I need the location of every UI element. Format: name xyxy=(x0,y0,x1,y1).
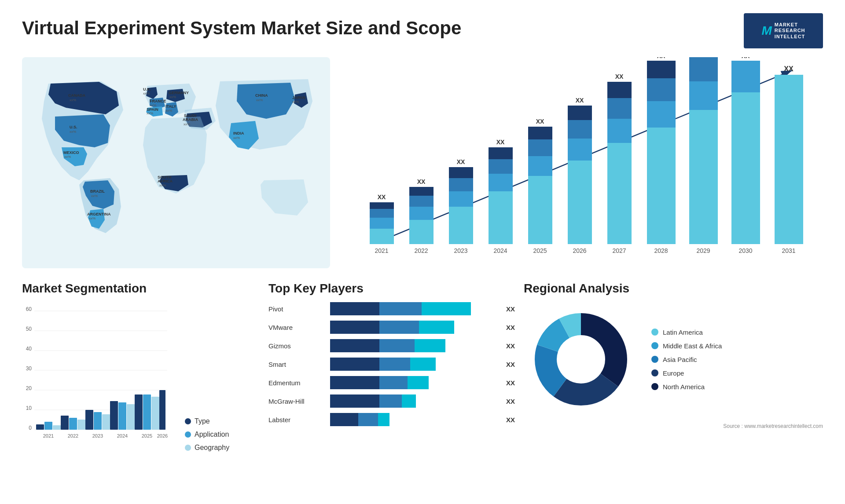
svg-text:CHINA: CHINA xyxy=(255,93,268,98)
mea-label: Middle East & Africa xyxy=(663,342,722,350)
svg-rect-53 xyxy=(489,191,513,244)
legend-geography: Geography xyxy=(185,444,229,452)
svg-text:XX: XX xyxy=(615,73,624,80)
player-name: Edmentum xyxy=(268,379,326,387)
svg-rect-119 xyxy=(102,414,110,430)
svg-text:2025: 2025 xyxy=(533,247,547,254)
svg-rect-68 xyxy=(568,106,592,120)
europe-color xyxy=(651,369,658,376)
player-bar xyxy=(330,376,498,389)
svg-rect-80 xyxy=(647,61,676,78)
svg-rect-44 xyxy=(409,187,434,196)
svg-text:ARABIA: ARABIA xyxy=(183,117,198,122)
svg-text:xx%: xx% xyxy=(256,98,263,102)
svg-rect-54 xyxy=(489,174,513,191)
svg-text:50: 50 xyxy=(26,326,32,332)
svg-text:xx%: xx% xyxy=(233,136,240,140)
svg-rect-56 xyxy=(489,147,513,159)
svg-text:xx%: xx% xyxy=(150,103,156,107)
player-bar xyxy=(330,302,498,315)
svg-rect-74 xyxy=(607,82,632,98)
player-value: XX xyxy=(506,416,515,424)
application-label: Application xyxy=(195,431,229,438)
bar-seg2 xyxy=(379,394,402,408)
svg-rect-50 xyxy=(449,167,473,178)
svg-rect-37 xyxy=(370,209,394,218)
svg-rect-72 xyxy=(607,119,632,143)
svg-rect-126 xyxy=(143,394,151,430)
svg-rect-123 xyxy=(127,404,135,430)
bar-chart: XX 2021 XX 2022 XX xyxy=(343,57,823,268)
regional-legend: Latin America Middle East & Africa Asia … xyxy=(651,329,722,391)
svg-rect-84 xyxy=(689,81,718,110)
svg-text:xx%: xx% xyxy=(70,98,76,102)
svg-rect-125 xyxy=(135,394,143,430)
svg-text:2028: 2028 xyxy=(654,247,668,254)
players-list: Pivot XX VMware XX Gizmos XX xyxy=(268,302,515,426)
svg-text:2025: 2025 xyxy=(142,433,152,438)
bar-seg3 xyxy=(415,339,445,352)
player-row: Pivot XX xyxy=(268,302,515,315)
bottom-section: Market Segmentation 0 10 20 30 40 50 60 xyxy=(22,281,823,493)
svg-rect-88 xyxy=(731,92,760,244)
player-row: VMware XX xyxy=(268,321,515,334)
player-row: Edmentum XX xyxy=(268,376,515,389)
legend-latin-america: Latin America xyxy=(651,329,722,336)
player-value: XX xyxy=(506,305,515,313)
donut-area: Latin America Middle East & Africa Asia … xyxy=(524,302,823,416)
svg-text:2026: 2026 xyxy=(157,433,168,438)
svg-text:2030: 2030 xyxy=(738,247,752,254)
bar-seg2 xyxy=(379,339,415,352)
svg-rect-47 xyxy=(449,207,473,244)
svg-rect-55 xyxy=(489,159,513,174)
svg-rect-85 xyxy=(689,57,718,81)
player-name: Smart xyxy=(268,361,326,368)
world-map: CANADA xx% U.S. xx% MEXICO xx% BRAZIL xx… xyxy=(22,57,330,268)
svg-text:10: 10 xyxy=(26,405,32,411)
svg-text:2022: 2022 xyxy=(414,247,428,254)
player-value: XX xyxy=(506,361,515,368)
svg-rect-62 xyxy=(528,127,552,139)
svg-text:GERMANY: GERMANY xyxy=(169,91,189,95)
svg-rect-121 xyxy=(110,401,118,430)
player-bar xyxy=(330,394,498,408)
svg-rect-49 xyxy=(449,178,473,191)
legend-north-america: North America xyxy=(651,383,722,391)
svg-rect-71 xyxy=(607,143,632,244)
page-title: Virtual Experiment System Market Size an… xyxy=(22,18,461,39)
logo-line3: INTELLECT xyxy=(775,34,805,40)
svg-text:2022: 2022 xyxy=(68,433,78,438)
svg-text:xx%: xx% xyxy=(91,194,98,198)
player-name: Pivot xyxy=(268,305,326,313)
svg-text:FRANCE: FRANCE xyxy=(150,99,166,103)
bar-seg2 xyxy=(379,321,419,334)
svg-text:XX: XX xyxy=(378,194,386,201)
svg-rect-109 xyxy=(36,424,44,430)
legend-type: Type xyxy=(185,417,229,425)
svg-text:2026: 2026 xyxy=(573,247,586,254)
latin-america-color xyxy=(651,329,658,336)
legend-middle-east-africa: Middle East & Africa xyxy=(651,342,722,350)
bar-seg2 xyxy=(379,302,422,315)
svg-text:60: 60 xyxy=(26,306,32,312)
bar-seg3 xyxy=(408,376,429,389)
svg-text:2024: 2024 xyxy=(493,247,507,254)
segmentation-legend: Type Application Geography xyxy=(185,409,229,452)
logo-letter: M xyxy=(761,24,772,38)
segmentation-section: Market Segmentation 0 10 20 30 40 50 60 xyxy=(22,281,260,493)
top-section: CANADA xx% U.S. xx% MEXICO xx% BRAZIL xx… xyxy=(22,57,823,268)
asia-pacific-label: Asia Pacific xyxy=(663,356,697,363)
bar-seg3 xyxy=(378,413,389,426)
svg-rect-73 xyxy=(607,98,632,119)
bar-seg3 xyxy=(402,394,416,408)
svg-text:2021: 2021 xyxy=(43,433,54,438)
svg-text:U.K.: U.K. xyxy=(143,87,151,91)
legend-europe: Europe xyxy=(651,369,722,377)
svg-rect-110 xyxy=(44,422,52,430)
svg-rect-111 xyxy=(53,425,61,430)
regional-title: Regional Analysis xyxy=(524,281,823,296)
svg-point-136 xyxy=(558,336,604,382)
svg-text:xx%: xx% xyxy=(165,109,172,113)
players-title: Top Key Players xyxy=(268,281,515,296)
player-name: VMware xyxy=(268,324,326,331)
